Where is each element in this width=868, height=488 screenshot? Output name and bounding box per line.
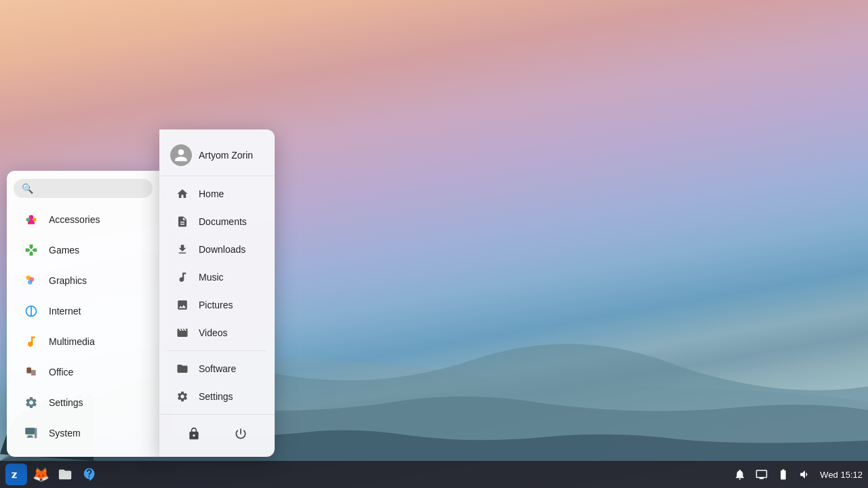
accessories-icon xyxy=(22,210,41,229)
right-divider-label-settings: Settings xyxy=(199,391,233,402)
svg-rect-13 xyxy=(26,436,33,438)
home-icon xyxy=(174,186,191,202)
right-divider-item-settings[interactable]: Settings xyxy=(163,383,271,410)
app-menu-right: Artyom Zorin Home Documents Downloads Mu… xyxy=(159,129,275,457)
office-icon xyxy=(22,363,41,382)
right-divider-label-software: Software xyxy=(199,363,236,374)
internet-icon xyxy=(22,302,41,321)
category-item-system[interactable]: System xyxy=(11,418,155,448)
videos-icon xyxy=(174,325,191,341)
category-item-office[interactable]: Office xyxy=(11,357,155,387)
category-item-settings[interactable]: Settings xyxy=(11,388,155,418)
system-time: Wed 15:12 xyxy=(820,470,863,480)
right-item-label-downloads: Downloads xyxy=(199,244,245,255)
user-avatar-icon xyxy=(170,144,192,166)
settings-icon xyxy=(22,393,41,412)
right-divider-item-software[interactable]: Software xyxy=(163,355,271,382)
music-icon xyxy=(174,269,191,285)
category-label-graphics: Graphics xyxy=(49,275,87,286)
lock-button[interactable] xyxy=(182,422,206,446)
app-menu-left: 🔍 Accessories Games Graphics Internet xyxy=(7,171,159,457)
category-item-multimedia[interactable]: Multimedia xyxy=(11,327,155,357)
svg-rect-14 xyxy=(35,428,37,439)
right-item-downloads[interactable]: Downloads xyxy=(163,236,271,263)
places-list: Home Documents Downloads Music Pictures … xyxy=(159,180,275,346)
svg-rect-12 xyxy=(28,435,33,436)
system-icon xyxy=(22,424,41,443)
settings-right-icon xyxy=(174,388,191,405)
taskbar: 🦊 xyxy=(0,461,868,488)
category-label-internet: Internet xyxy=(49,306,81,317)
svg-rect-9 xyxy=(31,370,36,375)
documents-icon xyxy=(174,214,191,230)
battery-icon[interactable] xyxy=(776,468,790,481)
search-input[interactable] xyxy=(39,184,144,194)
category-label-office: Office xyxy=(49,367,73,378)
files-button[interactable] xyxy=(54,464,76,485)
menu-divider xyxy=(167,350,267,351)
svg-point-4 xyxy=(33,218,37,222)
category-label-settings: Settings xyxy=(49,397,83,408)
category-label-multimedia: Multimedia xyxy=(49,336,95,347)
display-icon[interactable] xyxy=(755,468,768,481)
right-item-music[interactable]: Music xyxy=(163,264,271,291)
taskbar-apps: 🦊 xyxy=(5,464,100,485)
multimedia-icon xyxy=(22,332,41,351)
search-icon: 🔍 xyxy=(22,183,33,194)
svg-rect-8 xyxy=(26,367,31,373)
category-item-graphics[interactable]: Graphics xyxy=(11,266,155,296)
taskbar-tray: Wed 15:12 xyxy=(733,468,863,481)
svg-point-1 xyxy=(203,386,868,461)
firefox-button[interactable]: 🦊 xyxy=(30,464,52,485)
user-name: Artyom Zorin xyxy=(199,150,253,161)
zorin-menu-button[interactable] xyxy=(5,464,27,485)
power-button[interactable] xyxy=(229,422,253,446)
categories-list: Accessories Games Graphics Internet Mult… xyxy=(7,205,159,448)
svg-point-7 xyxy=(28,280,33,285)
graphics-icon xyxy=(22,271,41,290)
right-item-home[interactable]: Home xyxy=(163,180,271,207)
right-item-label-home: Home xyxy=(199,188,224,199)
menu-actions xyxy=(159,414,275,449)
downloads-icon xyxy=(174,241,191,258)
right-item-documents[interactable]: Documents xyxy=(163,208,271,235)
right-item-videos[interactable]: Videos xyxy=(163,319,271,346)
right-item-label-videos: Videos xyxy=(199,327,228,338)
svg-point-2 xyxy=(29,215,34,220)
extra-items-list: Software Settings xyxy=(159,355,275,410)
pictures-icon xyxy=(174,297,191,313)
svg-rect-10 xyxy=(26,428,35,434)
right-item-pictures[interactable]: Pictures xyxy=(163,291,271,319)
software-store-button[interactable] xyxy=(79,464,100,485)
games-icon xyxy=(22,241,41,260)
svg-point-3 xyxy=(26,218,30,222)
category-label-games: Games xyxy=(49,245,79,256)
category-label-accessories: Accessories xyxy=(49,214,100,225)
category-item-internet[interactable]: Internet xyxy=(11,296,155,326)
right-item-label-music: Music xyxy=(199,272,224,283)
category-item-accessories[interactable]: Accessories xyxy=(11,205,155,235)
right-item-label-documents: Documents xyxy=(199,216,247,227)
notification-icon[interactable] xyxy=(733,468,747,481)
software-folder-icon xyxy=(174,361,191,377)
volume-icon[interactable] xyxy=(798,468,812,481)
right-item-label-pictures: Pictures xyxy=(199,300,233,310)
category-item-games[interactable]: Games xyxy=(11,235,155,265)
category-label-system: System xyxy=(49,428,81,439)
search-bar[interactable]: 🔍 xyxy=(14,179,153,198)
user-section[interactable]: Artyom Zorin xyxy=(159,138,275,176)
